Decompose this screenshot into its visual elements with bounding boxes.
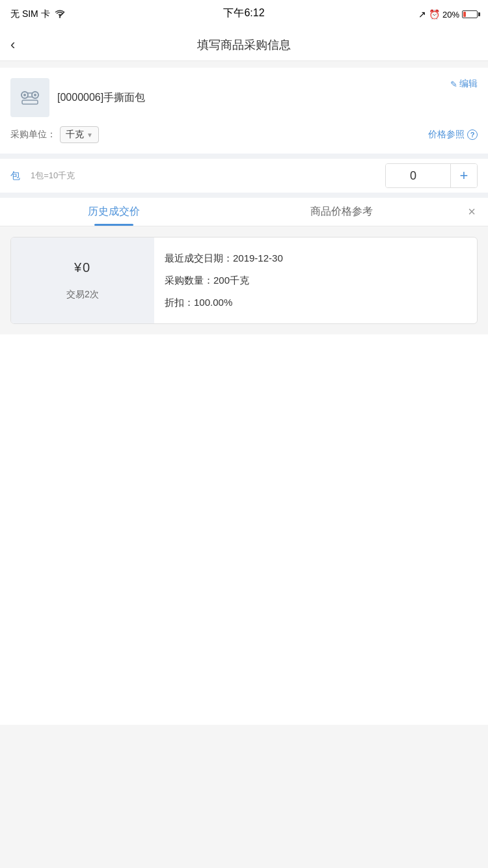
- svg-rect-7: [22, 100, 38, 104]
- back-button[interactable]: ‹: [10, 34, 20, 56]
- tab-price-ref-label: 商品价格参考: [310, 205, 373, 219]
- discount-value: 100.00%: [194, 297, 232, 308]
- qty-detail-label: 采购数量：: [165, 275, 213, 286]
- status-left: 无 SIM 卡: [10, 8, 66, 20]
- tab-active-indicator: [94, 224, 133, 226]
- qty-input[interactable]: [386, 164, 451, 187]
- history-card: ¥0 交易2次 最近成交日期：2019-12-30 采购数量：200千克 折扣：…: [10, 237, 478, 324]
- product-name: [0000006]手撕面包: [57, 91, 145, 105]
- recent-date-label: 最近成交日期：: [165, 252, 233, 264]
- product-card: [0000006]手撕面包 ✎ 编辑 采购单位： 千克 ▼ 价格参照 ?: [0, 68, 488, 154]
- unit-label: 采购单位：: [10, 129, 56, 141]
- unit-select[interactable]: 千克 ▼: [60, 126, 99, 143]
- bottom-area: [0, 334, 488, 725]
- edit-label: 编辑: [459, 78, 478, 90]
- history-section: ¥0 交易2次 最近成交日期：2019-12-30 采购数量：200千克 折扣：…: [0, 226, 488, 334]
- battery-percent: 20%: [442, 10, 459, 20]
- product-image: [10, 78, 49, 117]
- unit-value: 千克: [66, 129, 84, 141]
- carrier-text: 无 SIM 卡: [10, 8, 50, 20]
- qty-conversion-label: 1包=10千克: [31, 170, 375, 182]
- qty-detail-value: 200千克: [213, 275, 249, 286]
- price-ref-label: 价格参照: [428, 129, 465, 141]
- currency-symbol: ¥: [74, 260, 81, 275]
- product-unit-row: 采购单位： 千克 ▼ 价格参照 ?: [10, 126, 478, 143]
- price-ref-button[interactable]: 价格参照 ?: [428, 129, 478, 141]
- status-time: 下午6:12: [223, 7, 264, 20]
- product-header: [0000006]手撕面包 ✎ 编辑: [10, 78, 478, 117]
- svg-point-2: [23, 94, 26, 96]
- battery-icon: [462, 10, 478, 18]
- nav-bar: ‹ 填写商品采购信息: [0, 29, 488, 61]
- tab-history-price[interactable]: 历史成交价: [0, 198, 228, 226]
- page-title: 填写商品采购信息: [197, 37, 291, 53]
- location-icon: ↗: [418, 9, 426, 20]
- recent-date-row: 最近成交日期：2019-12-30: [165, 251, 467, 266]
- tab-bar: 历史成交价 商品价格参考 ×: [0, 193, 488, 226]
- discount-row: 折扣：100.00%: [165, 295, 467, 310]
- edit-icon: ✎: [450, 79, 457, 89]
- trade-count: 交易2次: [66, 289, 99, 301]
- tab-price-ref[interactable]: 商品价格参考: [228, 198, 455, 226]
- alarm-icon: ⏰: [429, 9, 440, 20]
- svg-point-4: [34, 94, 36, 96]
- history-details-panel: 最近成交日期：2019-12-30 采购数量：200千克 折扣：100.00%: [154, 237, 477, 323]
- discount-label: 折扣：: [165, 297, 194, 308]
- tab-close-button[interactable]: ×: [455, 198, 488, 226]
- history-price-value: ¥0: [74, 260, 91, 285]
- status-right: ↗ ⏰ 20%: [418, 9, 478, 20]
- product-left: [0000006]手撕面包: [10, 78, 145, 117]
- quantity-row: 包 1包=10千克 +: [0, 154, 488, 193]
- unit-dropdown-arrow: ▼: [87, 131, 93, 139]
- qty-row: 采购数量：200千克: [165, 273, 467, 288]
- status-bar: 无 SIM 卡 下午6:12 ↗ ⏰ 20%: [0, 0, 488, 29]
- price-ref-icon: ?: [467, 129, 478, 140]
- svg-point-0: [59, 16, 60, 18]
- edit-button[interactable]: ✎ 编辑: [450, 78, 478, 90]
- qty-unit-label: 包: [10, 170, 20, 182]
- qty-plus-button[interactable]: +: [451, 164, 477, 187]
- wifi-icon: [54, 9, 66, 20]
- qty-input-group: +: [385, 163, 478, 188]
- recent-date-value: 2019-12-30: [233, 252, 283, 264]
- tab-history-label: 历史成交价: [88, 205, 140, 219]
- history-price-panel: ¥0 交易2次: [11, 237, 154, 323]
